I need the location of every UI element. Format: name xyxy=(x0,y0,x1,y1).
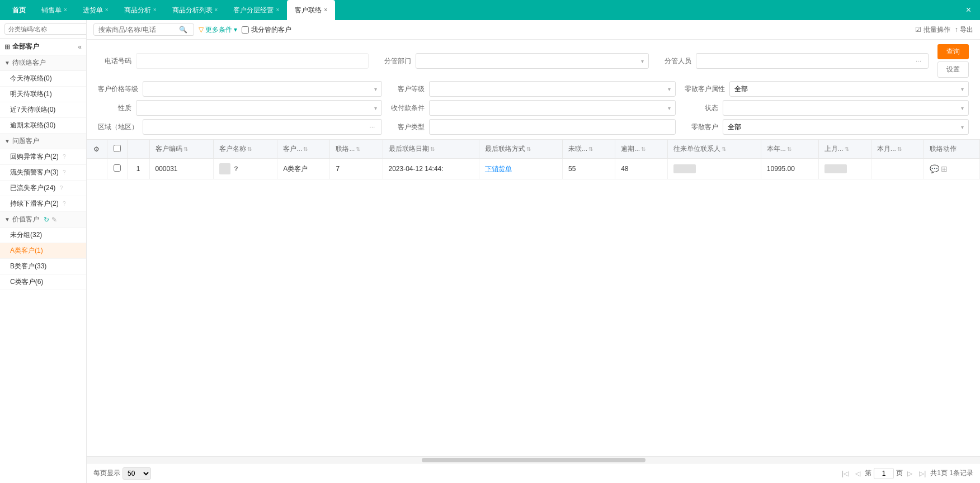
my-customers-checkbox[interactable] xyxy=(242,26,249,34)
col-this-year[interactable]: 本年...⇅ xyxy=(761,140,818,159)
filter-scattered: 零散客户 全部 ▾ xyxy=(680,119,973,135)
close-product-analysis-tab[interactable]: × xyxy=(153,0,157,20)
sidebar-item-overdue[interactable]: 逾期未联络(30) xyxy=(0,118,86,134)
row-last-contact-method[interactable]: 下销货单 xyxy=(479,159,562,179)
close-sales-tab[interactable]: × xyxy=(64,0,67,20)
filter-customer-type-input[interactable] xyxy=(429,119,675,135)
export-btn[interactable]: ↑ 导出 xyxy=(955,25,973,35)
region-select-dots[interactable]: ··· xyxy=(367,123,377,131)
sidebar-section-problem-title[interactable]: ▼ 问题客户 xyxy=(0,134,86,149)
sidebar-search-area: 🔍 xyxy=(0,20,86,39)
filter-scattered-attr-select[interactable]: 全部 ▾ xyxy=(729,81,969,97)
filter-payment-select[interactable]: ▾ xyxy=(429,100,675,116)
sidebar-item-b-class[interactable]: B类客户(33) xyxy=(0,259,86,274)
filter-region-select[interactable]: ··· xyxy=(143,119,382,135)
filter-action-btns: 查询 设置 xyxy=(933,44,973,78)
filter-status: 状态 ▾ xyxy=(680,100,973,116)
sidebar-section-value-title[interactable]: ▼ 价值客户 ↻ ✎ xyxy=(0,212,86,228)
value-section-edit-icon[interactable]: ✎ xyxy=(51,216,57,224)
col-last-month[interactable]: 上月...⇅ xyxy=(818,140,871,159)
row-check[interactable] xyxy=(107,159,127,179)
sidebar-item-c-class[interactable]: C类客户(6) xyxy=(0,274,86,290)
filter-status-label: 状态 xyxy=(685,103,718,113)
col-num xyxy=(127,140,149,159)
filter-search-input[interactable] xyxy=(98,26,177,34)
filter-status-select[interactable]: ▾ xyxy=(723,100,969,116)
problem-section-label: 问题客户 xyxy=(12,136,39,146)
loss-warning-help-icon: ? xyxy=(63,169,66,176)
last-page-btn[interactable]: ▷| xyxy=(917,468,928,479)
filter-search-icon[interactable]: 🔍 xyxy=(179,26,187,34)
close-customer-contact-tab[interactable]: × xyxy=(324,0,327,20)
col-last-contact-method[interactable]: 最后联络方式⇅ xyxy=(479,140,562,159)
select-all-checkbox[interactable] xyxy=(114,145,121,152)
first-page-btn[interactable]: |◁ xyxy=(840,468,851,479)
nav-tab-sales[interactable]: 销售单 × xyxy=(34,0,75,20)
filter-phone-input[interactable] xyxy=(136,53,369,69)
sidebar-search-input[interactable] xyxy=(4,23,87,35)
sidebar-item-7days[interactable]: 近7天待联络(0) xyxy=(0,102,86,118)
sidebar-item-ungrouped[interactable]: 未分组(32) xyxy=(0,228,86,243)
col-overdue[interactable]: 逾期...⇅ xyxy=(615,140,668,159)
person-select-dots[interactable]: ··· xyxy=(913,57,924,65)
nav-tab-product-analysis-list[interactable]: 商品分析列表 × xyxy=(164,0,226,20)
filter-nature-select[interactable]: ▾ xyxy=(136,100,382,116)
col-code[interactable]: 客户编码⇅ xyxy=(149,140,213,159)
sidebar-item-today[interactable]: 今天待联络(0) xyxy=(0,71,86,87)
col-contact-person[interactable]: 往来单位联系人⇅ xyxy=(668,140,761,159)
filter-more-btn[interactable]: ▽ 更多条件 ▾ xyxy=(199,25,237,35)
sidebar-item-declining[interactable]: 持续下滑客户(2) ? xyxy=(0,196,86,212)
col-this-month[interactable]: 本月...⇅ xyxy=(871,140,924,159)
filter-my-customers[interactable]: 我分管的客户 xyxy=(242,25,291,35)
sidebar-collapse-icon[interactable]: « xyxy=(78,43,82,51)
col-name[interactable]: 客户名称⇅ xyxy=(213,140,277,159)
query-btn[interactable]: 查询 xyxy=(937,44,969,59)
qr-icon[interactable]: ⊞ xyxy=(941,164,948,173)
horizontal-scrollbar[interactable] xyxy=(422,458,646,462)
filter-person-select[interactable]: ··· xyxy=(696,53,929,69)
row-num: 1 xyxy=(127,159,149,179)
settings-btn[interactable]: 设置 xyxy=(937,61,969,78)
col-check[interactable] xyxy=(107,140,127,159)
payment-arrow: ▾ xyxy=(668,105,671,111)
sidebar-section-pending: ▼ 待联络客户 今天待联络(0) 明天待联络(1) 近7天待联络(0) 逾期未联… xyxy=(0,55,86,134)
page-input[interactable] xyxy=(874,468,894,479)
value-section-refresh-icon[interactable]: ↻ xyxy=(44,216,49,224)
batch-ops-btn[interactable]: ☑ 批量操作 xyxy=(915,25,950,35)
filter-price-level-select[interactable]: ▾ xyxy=(143,81,382,97)
col-contact-count[interactable]: 联络...⇅ xyxy=(330,140,383,159)
sidebar-item-a-class[interactable]: A类客户(1) xyxy=(0,243,86,259)
filter-scattered-select[interactable]: 全部 ▾ xyxy=(723,119,969,135)
nav-tab-purchase[interactable]: 进货单 × xyxy=(75,0,116,20)
col-customer-type[interactable]: 客户...⇅ xyxy=(277,140,330,159)
close-customer-tier-tab[interactable]: × xyxy=(276,0,279,20)
close-product-list-tab[interactable]: × xyxy=(215,0,218,20)
sidebar-item-loss-warning[interactable]: 流失预警客户(3) ? xyxy=(0,165,86,181)
sidebar-section-pending-title[interactable]: ▼ 待联络客户 xyxy=(0,55,86,71)
filter-customer-level-select[interactable]: ▾ xyxy=(429,81,675,97)
col-gear[interactable]: ⚙ xyxy=(87,140,107,159)
nav-home[interactable]: 首页 xyxy=(4,0,34,20)
sidebar-item-lost[interactable]: 已流失客户(24) ? xyxy=(0,181,86,196)
adv-filter-panel: 电话号码 分管部门 ▾ 分管人员 ··· xyxy=(87,40,980,140)
pending-section-label: 待联络客户 xyxy=(12,58,46,68)
filter-customer-type-label: 客户类型 xyxy=(391,122,425,132)
page-size-select[interactable]: 50 100 200 xyxy=(123,467,151,480)
row-checkbox[interactable] xyxy=(114,164,121,172)
nav-tab-product-analysis[interactable]: 商品分析 × xyxy=(116,0,164,20)
scattered-arrow: ▾ xyxy=(961,124,964,130)
col-last-contact-date[interactable]: 最后联络日期⇅ xyxy=(383,140,479,159)
close-purchase-tab[interactable]: × xyxy=(105,0,109,20)
col-no-contact[interactable]: 未联...⇅ xyxy=(563,140,615,159)
prev-page-btn[interactable]: ◁ xyxy=(853,468,863,479)
chat-icon[interactable]: 💬 xyxy=(930,164,939,173)
nav-tab-customer-contact[interactable]: 客户联络 × xyxy=(287,0,335,20)
sidebar-item-repurchase-abnormal[interactable]: 回购异常客户(2) ? xyxy=(0,149,86,165)
contact-method-link[interactable]: 下销货单 xyxy=(485,165,512,173)
row-gear[interactable] xyxy=(87,159,107,179)
nav-close-app[interactable]: × xyxy=(962,5,976,15)
filter-dept-select[interactable]: ▾ xyxy=(416,53,648,69)
next-page-btn[interactable]: ▷ xyxy=(905,468,915,479)
nav-tab-customer-tier[interactable]: 客户分层经营 × xyxy=(225,0,287,20)
sidebar-item-tomorrow[interactable]: 明天待联络(1) xyxy=(0,87,86,102)
